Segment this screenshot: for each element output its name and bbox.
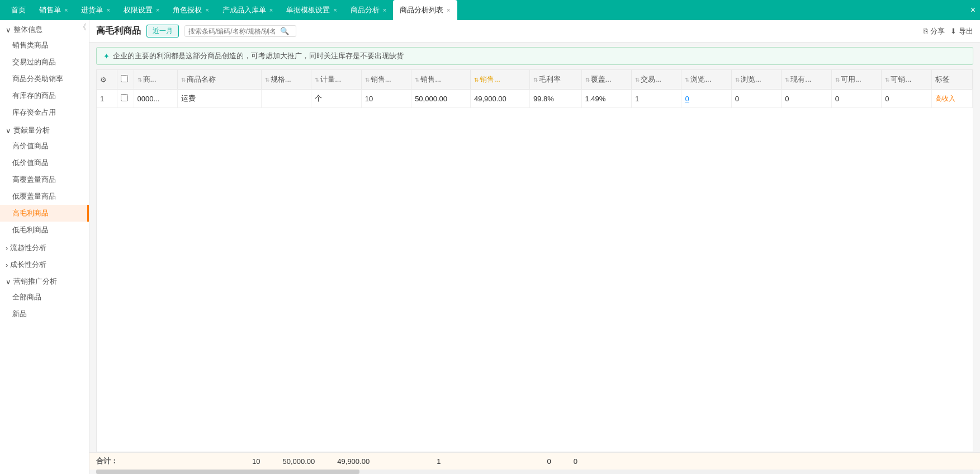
- sidebar-group-contribution[interactable]: ∨ 贡献量分析: [0, 121, 89, 138]
- share-icon: ⎘: [924, 27, 928, 35]
- info-bar: ✦ 企业的主要的利润都是这部分商品创造的，可考虑加大推广，同时关注库存是不要出现…: [96, 47, 973, 65]
- row-checkbox[interactable]: [121, 94, 128, 101]
- col-transaction[interactable]: ⇅交易...: [631, 70, 681, 90]
- chevron-down-icon: ∨: [6, 126, 11, 135]
- content-header: 高毛利商品 近一月 🔍 ⎘ 分享 ⬇ 导出: [89, 20, 980, 43]
- cell-unit: 个: [311, 90, 361, 108]
- col-sale-profit[interactable]: ⇅销售...: [471, 70, 530, 90]
- scrollbar-thumb[interactable]: [96, 470, 359, 474]
- cell-browse2: 0: [731, 90, 781, 108]
- page-title: 高毛利商品: [96, 25, 141, 37]
- col-code[interactable]: ⇅商...: [134, 70, 178, 90]
- table-row[interactable]: 1 0000... 运费 个 10 50,000.00 49,900.00 99…: [97, 90, 973, 108]
- footer-summary: 合计： 10 50,000.00 49,900.00 1 0 0: [89, 452, 980, 470]
- close-icon[interactable]: ×: [64, 7, 68, 13]
- table-header-row: ⚙ ⇅商... ⇅商品名称 ⇅规格... ⇅计量... ⇅销售... ⇅销售..…: [97, 70, 973, 90]
- close-icon[interactable]: ×: [333, 7, 337, 13]
- sidebar-collapse-button[interactable]: 《: [79, 22, 87, 32]
- cell-checkbox[interactable]: [117, 90, 134, 108]
- col-saleable[interactable]: ⇅可销...: [882, 70, 931, 90]
- sidebar-item-new-goods[interactable]: 新品: [0, 306, 89, 322]
- info-icon: ✦: [103, 52, 110, 60]
- sidebar-item-low-coverage[interactable]: 低覆盖量商品: [0, 188, 89, 205]
- cell-sale-amount: 50,000.00: [411, 90, 471, 108]
- col-unit[interactable]: ⇅计量...: [311, 70, 361, 90]
- footer-sale-count: 10: [252, 457, 260, 466]
- cell-current-stock: 0: [782, 90, 831, 108]
- close-icon[interactable]: ×: [106, 7, 110, 13]
- col-gross-rate[interactable]: ⇅毛利率: [529, 70, 581, 90]
- col-browse1[interactable]: ⇅浏览...: [681, 70, 731, 90]
- close-icon[interactable]: ×: [156, 7, 159, 13]
- nav-tab-analysis[interactable]: 商品分析 ×: [344, 0, 393, 20]
- col-spec[interactable]: ⇅规格...: [261, 70, 311, 90]
- nav-tab-role[interactable]: 角色授权 ×: [166, 0, 215, 20]
- cell-available: 0: [831, 90, 881, 108]
- col-checkbox[interactable]: [117, 70, 134, 90]
- close-icon[interactable]: ×: [269, 7, 273, 13]
- close-icon[interactable]: ×: [447, 7, 450, 13]
- footer-sale-profit: 49,900.00: [337, 457, 370, 466]
- col-available[interactable]: ⇅可用...: [831, 70, 881, 90]
- sidebar-item-in-stock[interactable]: 有库存的商品: [0, 87, 89, 104]
- footer-saleable: 0: [574, 457, 577, 466]
- close-all-button[interactable]: ×: [970, 5, 976, 15]
- share-button[interactable]: ⎘ 分享: [924, 26, 945, 36]
- close-icon[interactable]: ×: [205, 7, 209, 13]
- sidebar-item-stock-capital[interactable]: 库存资金占用: [0, 104, 89, 121]
- nav-tab-product-in[interactable]: 产成品入库单 ×: [216, 0, 280, 20]
- sidebar-item-high-margin[interactable]: 高毛利商品: [0, 205, 89, 222]
- chevron-right-icon: ›: [6, 244, 8, 252]
- col-sale-count[interactable]: ⇅销售...: [361, 70, 411, 90]
- sidebar-item-low-value[interactable]: 低价值商品: [0, 154, 89, 171]
- search-input[interactable]: [188, 27, 278, 35]
- export-button[interactable]: ⬇ 导出: [950, 26, 973, 36]
- sidebar-item-sales-goods[interactable]: 销售类商品: [0, 37, 89, 54]
- col-current-stock[interactable]: ⇅现有...: [782, 70, 831, 90]
- filter-month-button[interactable]: 近一月: [146, 25, 179, 37]
- sidebar-group-trend[interactable]: › 流趋性分析: [0, 238, 89, 255]
- horizontal-scrollbar[interactable]: [96, 470, 973, 474]
- sidebar-item-all-goods[interactable]: 全部商品: [0, 289, 89, 306]
- sidebar-group-growth[interactable]: › 成长性分析: [0, 255, 89, 272]
- col-tag[interactable]: 标签: [931, 70, 972, 90]
- sidebar-item-high-coverage[interactable]: 高覆盖量商品: [0, 171, 89, 188]
- cell-index: 1: [97, 90, 117, 108]
- footer-available: 0: [547, 457, 551, 466]
- cell-browse1[interactable]: 0: [681, 90, 731, 108]
- sidebar-item-category-rate[interactable]: 商品分类助销率: [0, 71, 89, 87]
- cell-code: 0000...: [134, 90, 178, 108]
- settings-icon[interactable]: ⚙: [100, 76, 107, 84]
- chevron-down-icon: ∨: [6, 26, 11, 34]
- sidebar: 《 ∨ 整体信息 销售类商品 交易过的商品 商品分类助销率 有库存的商品 库存资…: [0, 20, 89, 474]
- col-name[interactable]: ⇅商品名称: [178, 70, 261, 90]
- sidebar-item-traded-goods[interactable]: 交易过的商品: [0, 54, 89, 71]
- col-coverage[interactable]: ⇅覆盖...: [581, 70, 631, 90]
- cell-sale-profit: 49,900.00: [471, 90, 530, 108]
- data-table-container[interactable]: ⚙ ⇅商... ⇅商品名称 ⇅规格... ⇅计量... ⇅销售... ⇅销售..…: [96, 69, 973, 452]
- header-actions: ⎘ 分享 ⬇ 导出: [924, 26, 973, 36]
- footer-sale-amount: 50,000.00: [282, 457, 315, 466]
- cell-spec: [261, 90, 311, 108]
- sidebar-item-high-value[interactable]: 高价值商品: [0, 138, 89, 154]
- sidebar-group-overall[interactable]: ∨ 整体信息: [0, 20, 89, 37]
- nav-tab-purchase[interactable]: 进货单 ×: [74, 0, 116, 20]
- nav-tab-sales[interactable]: 销售单 ×: [32, 0, 74, 20]
- cell-coverage: 1.49%: [581, 90, 631, 108]
- sidebar-group-marketing[interactable]: ∨ 营销推广分析: [0, 272, 89, 289]
- cell-name: 运费: [178, 90, 261, 108]
- main-layout: 《 ∨ 整体信息 销售类商品 交易过的商品 商品分类助销率 有库存的商品 库存资…: [0, 20, 980, 474]
- nav-tab-home[interactable]: 首页: [4, 0, 32, 20]
- col-settings[interactable]: ⚙: [97, 70, 117, 90]
- nav-tab-permission[interactable]: 权限设置 ×: [117, 0, 166, 20]
- search-icon[interactable]: 🔍: [280, 27, 289, 35]
- nav-tab-analysis-list[interactable]: 商品分析列表 ×: [393, 0, 457, 20]
- col-browse2[interactable]: ⇅浏览...: [731, 70, 781, 90]
- cell-gross-rate: 99.8%: [529, 90, 581, 108]
- col-sale-amount[interactable]: ⇅销售...: [411, 70, 471, 90]
- select-all-checkbox[interactable]: [121, 75, 128, 82]
- nav-tab-template[interactable]: 单据模板设置 ×: [280, 0, 343, 20]
- close-icon[interactable]: ×: [383, 7, 386, 13]
- data-table: ⚙ ⇅商... ⇅商品名称 ⇅规格... ⇅计量... ⇅销售... ⇅销售..…: [97, 70, 973, 108]
- sidebar-item-low-margin[interactable]: 低毛利商品: [0, 222, 89, 238]
